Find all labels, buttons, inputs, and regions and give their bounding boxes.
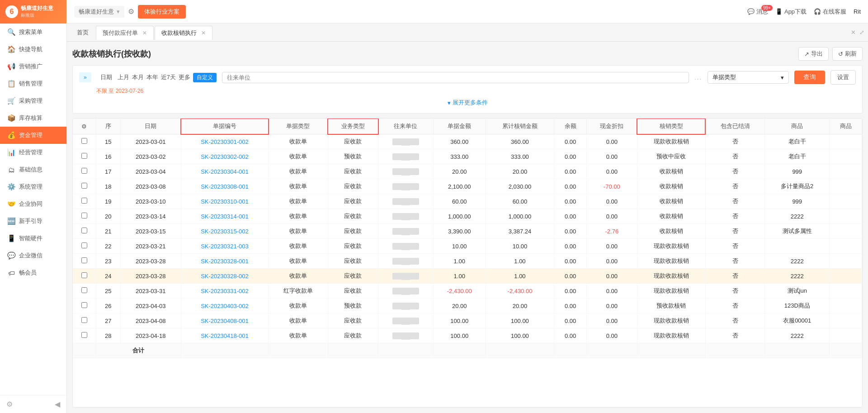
filter-unit-input[interactable]: [222, 72, 689, 83]
filter-dots: ...: [694, 74, 702, 81]
user-info[interactable]: Rit: [854, 8, 861, 15]
filter-date-7days[interactable]: 近7天: [161, 73, 176, 81]
tab-close-collection[interactable]: ✕: [201, 30, 206, 36]
row-cash-discount: 0.00: [587, 239, 637, 254]
row-doc-no[interactable]: SK-20230403-002: [181, 299, 268, 313]
row-checkbox[interactable]: [73, 194, 96, 209]
row-seq: 19: [96, 194, 120, 209]
filter-date-this-year[interactable]: 本年: [146, 73, 158, 81]
col-include-settled: 包含已结清: [705, 119, 764, 134]
home-icon: 🏠: [7, 45, 15, 53]
row-acc-amount: -2,430.00: [486, 284, 554, 299]
row-doc-no[interactable]: SK-20230315-002: [181, 224, 268, 239]
row-doc-no[interactable]: SK-20230314-001: [181, 209, 268, 224]
row-checkbox[interactable]: [73, 254, 96, 269]
app-download[interactable]: 📱 App下载: [775, 8, 807, 16]
topbar-gear-icon[interactable]: ⚙: [128, 7, 134, 16]
sidebar-item-member[interactable]: 🏷 畅会员: [0, 264, 66, 281]
sidebar-settings-icon[interactable]: ⚙: [6, 400, 13, 408]
col-settings[interactable]: ⚙: [73, 119, 96, 134]
sidebar-item-inventory[interactable]: 📦 库存核算: [0, 109, 66, 127]
filter-type-select[interactable]: 单据类型 ▾: [708, 71, 789, 84]
filter-date-last-month[interactable]: 上月: [118, 73, 129, 81]
tab-close-all-icon[interactable]: ✕: [851, 29, 856, 36]
row-date: 2023-03-04: [120, 164, 181, 179]
row-doc-no[interactable]: SK-20230321-003: [181, 239, 268, 254]
row-doc-no[interactable]: SK-20230331-002: [181, 284, 268, 299]
sidebar-item-basic[interactable]: 🗂 基础信息: [0, 161, 66, 178]
row-checkbox[interactable]: [73, 328, 96, 343]
row-doc-no[interactable]: SK-20230302-002: [181, 149, 268, 164]
row-doc-no[interactable]: SK-20230328-001: [181, 254, 268, 269]
row-amount: 100.00: [433, 313, 486, 328]
row-checkbox[interactable]: [73, 313, 96, 328]
row-checkbox[interactable]: [73, 164, 96, 179]
tab-prepayment[interactable]: 预付款应付单 ✕: [96, 26, 154, 40]
row-checkbox[interactable]: [73, 239, 96, 254]
row-acc-amount: 1,000.00: [486, 209, 554, 224]
sidebar-item-sales[interactable]: 📋 销售管理: [0, 75, 66, 92]
topbar: 畅康道好生意 ▾ ⚙ 体验行业方案 💬 消息 99+ 📱 App下载 🎧 在线客…: [67, 0, 868, 24]
sidebar-item-hardware[interactable]: 📱 智能硬件: [0, 230, 66, 247]
tab-collection[interactable]: 收款核销执行 ✕: [155, 26, 212, 40]
row-doc-no[interactable]: SK-20230308-001: [181, 179, 268, 194]
tab-home[interactable]: 首页: [71, 26, 95, 39]
row-biz-type: 应收款: [328, 313, 378, 328]
row-doc-no[interactable]: SK-20230418-001: [181, 328, 268, 343]
row-doc-type: 收款单: [269, 224, 328, 239]
sidebar-item-marketing[interactable]: 📢 营销推广: [0, 58, 66, 75]
messages-badge[interactable]: 💬 消息 99+: [747, 8, 768, 16]
row-checkbox[interactable]: [73, 179, 96, 194]
service-icon: 🎧: [814, 8, 821, 15]
sidebar-item-search[interactable]: 🔍 搜索菜单: [0, 24, 66, 41]
row-doc-no[interactable]: SK-20230304-001: [181, 164, 268, 179]
topbar-left: 畅康道好生意 ▾ ⚙ 体验行业方案: [74, 5, 742, 19]
tab-close-prepayment[interactable]: ✕: [142, 30, 147, 36]
filter-expand-button[interactable]: ▾ 展开更多条件: [79, 97, 856, 109]
sidebar-item-operations[interactable]: 📊 经营管理: [0, 144, 66, 161]
row-checkbox[interactable]: [73, 134, 96, 149]
purchase-icon: 🛒: [7, 97, 15, 105]
row-checkbox[interactable]: [73, 224, 96, 239]
row-biz-type: 应收款: [328, 194, 378, 209]
filter-toggle-button[interactable]: »: [79, 72, 91, 82]
row-doc-no[interactable]: SK-20230301-002: [181, 134, 268, 149]
settings-gear-icon[interactable]: ⚙: [81, 123, 87, 130]
row-doc-no[interactable]: SK-20230408-001: [181, 313, 268, 328]
row-checkbox[interactable]: [73, 269, 96, 284]
setting-button[interactable]: 设置: [830, 70, 856, 85]
enterprise-icon: 🤝: [7, 200, 15, 208]
filter-date-this-month[interactable]: 本月: [132, 73, 144, 81]
row-goods: [765, 239, 830, 254]
query-button[interactable]: 查询: [794, 71, 825, 84]
sidebar-item-purchase[interactable]: 🛒 采购管理: [0, 92, 66, 109]
row-checkbox[interactable]: [73, 284, 96, 299]
refresh-button[interactable]: ↺ 刷新: [832, 47, 863, 61]
row-doc-no[interactable]: SK-20230310-001: [181, 194, 268, 209]
solution-button[interactable]: 体验行业方案: [138, 5, 186, 19]
sidebar-item-quick-nav[interactable]: 🏠 快捷导航: [0, 41, 66, 58]
sidebar-collapse-icon[interactable]: ◀: [55, 400, 60, 408]
sidebar-item-enterprise[interactable]: 🤝 企业协同: [0, 195, 66, 213]
row-goods: 2222: [765, 209, 830, 224]
row-amount: 333.00: [433, 149, 486, 164]
row-checkbox[interactable]: [73, 299, 96, 313]
page-content: 收款核销执行(按收款) ↗ 导出 ↺ 刷新 » 日期 上月: [67, 42, 868, 413]
main-content: 畅康道好生意 ▾ ⚙ 体验行业方案 💬 消息 99+ 📱 App下载 🎧 在线客…: [67, 0, 868, 413]
export-button[interactable]: ↗ 导出: [798, 47, 829, 61]
row-acc-amount: 20.00: [486, 164, 554, 179]
sidebar-item-finance[interactable]: 💰 资金管理: [0, 127, 66, 144]
row-cash-discount: 0.00: [587, 209, 637, 224]
filter-custom-button[interactable]: 自定义: [193, 73, 217, 82]
tab-expand-icon[interactable]: ⤢: [859, 29, 864, 36]
row-checkbox[interactable]: [73, 149, 96, 164]
online-service[interactable]: 🎧 在线客服: [814, 8, 846, 16]
sidebar-item-system[interactable]: ⚙️ 系统管理: [0, 178, 66, 195]
sidebar-item-guide[interactable]: 🆕 新手引导: [0, 213, 66, 230]
filter-date-more[interactable]: 更多: [179, 73, 190, 81]
row-seq: 21: [96, 224, 120, 239]
row-checkbox[interactable]: [73, 209, 96, 224]
sidebar-item-wechat[interactable]: 💬 企业微信: [0, 247, 66, 264]
row-doc-no[interactable]: SK-20230328-002: [181, 269, 268, 284]
row-cash-discount: 0.00: [587, 269, 637, 284]
